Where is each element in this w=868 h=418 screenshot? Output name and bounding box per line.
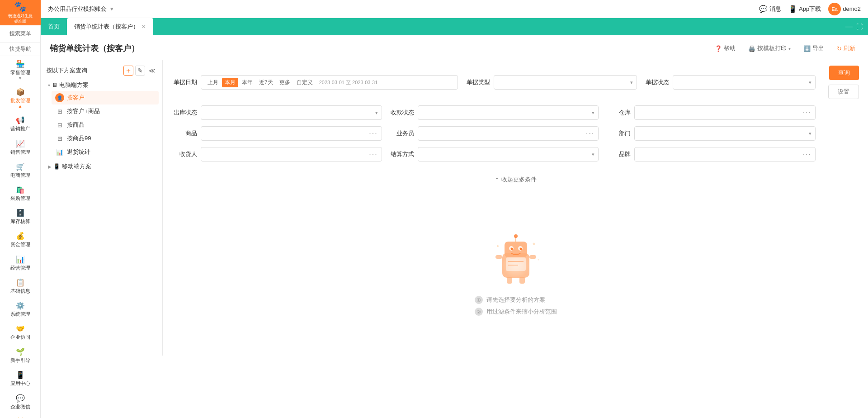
sidebar-item-ecommerce[interactable]: 🛒 电商管理 [0, 159, 40, 182]
sidebar-item-wechat[interactable]: 💬 企业微信 [0, 390, 40, 413]
message-btn[interactable]: 💬 消息 [759, 5, 781, 13]
sidebar-item-basic[interactable]: 📋 基础信息 [0, 275, 40, 298]
tab-report[interactable]: 销货单统计表（按客户） ✕ [67, 18, 153, 35]
svg-rect-8 [507, 277, 512, 284]
content-area: 销货单统计表（按客户） ❓ 帮助 🖨️ 按模板打印 ▾ ⬇️ 导出 ↻ 刷新 [41, 35, 868, 418]
sidebar-item-ecommerce-label: 电商管理 [10, 172, 30, 178]
scheme-item-by-customer[interactable]: 👤 按客户 [52, 91, 159, 104]
date-control[interactable]: 上月 本月 本年 近7天 更多 自定义 2023-03-01 至 2023-03… [201, 75, 458, 90]
sidebar-item-sales[interactable]: 📈 销售管理 [0, 136, 40, 159]
empty-illustration [489, 233, 543, 287]
page-header: 销货单统计表（按客户） ❓ 帮助 🖨️ 按模板打印 ▾ ⬇️ 导出 ↻ 刷新 [41, 35, 868, 54]
scheme-item-by-customer-product[interactable]: ⊞ 按客户+商品 [52, 104, 159, 118]
sidebar-item-finance[interactable]: 💰 资金管理 [0, 228, 40, 251]
svg-point-17 [538, 259, 539, 261]
sidebar-item-wholesale-label: 批发管理 [10, 98, 30, 104]
product-control[interactable]: ··· [201, 126, 382, 141]
sidebar-item-member[interactable]: 👑 畅会员 [0, 413, 40, 418]
date-tab-thisyear[interactable]: 本年 [239, 78, 255, 87]
scheme-add-btn[interactable]: ＋ [123, 66, 133, 76]
collapse-more-btn[interactable]: ⌃ 收起更多条件 [172, 172, 859, 187]
scheme-group-pc-header[interactable]: ▾ 🖥 电脑端方案 [44, 79, 159, 91]
brand-control[interactable]: ··· [634, 147, 816, 162]
tab-home[interactable]: 首页 [41, 18, 67, 35]
sidebar-item-wholesale[interactable]: 📦 批发管理 ▲ [0, 84, 40, 112]
scheme-item-return-stats[interactable]: 📊 退货统计 [52, 145, 159, 159]
sidebar-item-wechat-label: 企业微信 [10, 404, 30, 410]
scheme-edit-btn[interactable]: ✎ [135, 66, 145, 76]
app-download-btn[interactable]: 📱 App下载 [788, 5, 821, 13]
sidebar-item-operation[interactable]: 📊 经营管理 [0, 252, 40, 275]
sidebar-item-finance-label: 资金管理 [10, 242, 30, 247]
outstatus-arrow-icon: ▾ [375, 110, 378, 116]
warehouse-control[interactable]: ··· [634, 105, 816, 120]
sidebar-item-enterprise[interactable]: 🤝 企业协同 [0, 321, 40, 344]
sidebar-item-marketing[interactable]: 📢 营销推广 [0, 112, 40, 135]
tab-maximize-icon[interactable]: ⛶ [856, 23, 863, 30]
sidebar-item-inventory[interactable]: 🗄️ 库存核算 [0, 205, 40, 228]
paystatus-control[interactable]: ▾ [418, 105, 599, 120]
print-btn[interactable]: 🖨️ 按模板打印 ▾ [745, 43, 794, 54]
type-control[interactable]: ▾ [494, 75, 637, 90]
filter-receiver-item: 收货人 ··· [172, 147, 382, 162]
product-scheme-icon: ⊟ [55, 120, 64, 129]
sidebar-item-purchase[interactable]: 🛍️ 采购管理 [0, 182, 40, 205]
staff-control[interactable]: ··· [418, 126, 599, 141]
inventory-icon: 🗄️ [16, 209, 25, 217]
scheme-collapse-btn[interactable]: ≪ [147, 66, 157, 76]
hint-num-1: ① [475, 296, 483, 304]
date-range-value: 2023-03-01 至 2023-03-31 [319, 79, 378, 86]
sidebar-item-newguide[interactable]: 🌱 新手引导 [0, 344, 40, 367]
scheme-group-mobile-header[interactable]: ▶ 📱 移动端方案 [44, 161, 159, 172]
scheme-item-by-product99[interactable]: ⊟ 按商品99 [52, 132, 159, 145]
sidebar-item-appcenter[interactable]: 📱 应用中心 [0, 367, 40, 390]
topbar-title: 办公用品行业模拟账套 [48, 5, 107, 13]
filter-dept-item: 部门 ▾ [606, 126, 816, 141]
receiver-control[interactable]: ··· [201, 147, 382, 162]
date-tab-more[interactable]: 更多 [277, 78, 293, 87]
query-button[interactable]: 查询 [829, 66, 859, 80]
tab-close-icon[interactable]: ✕ [142, 24, 146, 30]
setting-button[interactable]: 设置 [828, 85, 859, 99]
retail-arrow-icon: ▼ [18, 76, 23, 81]
search-menu[interactable]: 搜索菜单 [0, 25, 40, 43]
retail-icon: 🏪 [16, 60, 25, 68]
export-btn[interactable]: ⬇️ 导出 [800, 43, 828, 54]
date-tab-custom[interactable]: 自定义 [294, 78, 316, 87]
status-control[interactable]: ▾ [673, 75, 816, 90]
sidebar-item-sales-label: 销售管理 [10, 149, 30, 155]
ecommerce-icon: 🛒 [16, 162, 25, 171]
refresh-btn[interactable]: ↻ 刷新 [833, 43, 859, 54]
sidebar-item-system[interactable]: ⚙️ 系统管理 [0, 298, 40, 321]
operation-icon: 📊 [16, 255, 25, 264]
page-actions: ❓ 帮助 🖨️ 按模板打印 ▾ ⬇️ 导出 ↻ 刷新 [711, 43, 859, 54]
date-tab-lastmonth[interactable]: 上月 [205, 78, 221, 87]
receiver-dots-icon: ··· [369, 150, 377, 158]
tab-home-label: 首页 [48, 23, 60, 31]
scheme-group-pc-label: 电脑端方案 [59, 81, 89, 89]
staff-dots-icon: ··· [586, 129, 594, 138]
quick-nav[interactable]: 快捷导航 [0, 43, 40, 56]
dept-control[interactable]: ▾ [634, 126, 816, 141]
svg-rect-9 [519, 277, 525, 284]
scheme-item-by-product[interactable]: ⊟ 按商品 [52, 118, 159, 132]
tab-minimize-icon[interactable]: — [845, 23, 853, 31]
settle-control[interactable]: ▾ [418, 147, 599, 162]
refresh-icon: ↻ [837, 45, 842, 52]
outstatus-control[interactable]: ▾ [201, 105, 382, 120]
empty-hint-1: ① 请先选择要分析的方案 [475, 296, 557, 304]
sidebar-item-operation-label: 经营管理 [10, 265, 30, 271]
settle-arrow-icon: ▾ [592, 152, 594, 157]
app-logo[interactable]: 🐾 畅捷通好生意 标准版 [0, 0, 41, 25]
topbar-right: 💬 消息 📱 App下载 Ea demo2 [759, 3, 861, 15]
print-arrow-icon: ▾ [788, 46, 791, 51]
sidebar: 🐾 畅捷通好生意 标准版 搜索菜单 快捷导航 🏪 零售管理 ▼ 📦 批发管理 ▲… [0, 0, 41, 418]
date-tab-thismonth[interactable]: 本月 [222, 78, 238, 87]
help-btn[interactable]: ❓ 帮助 [711, 43, 739, 54]
sidebar-item-retail[interactable]: 🏪 零售管理 ▼ [0, 56, 40, 84]
date-tab-7days[interactable]: 近7天 [256, 78, 276, 87]
user-profile[interactable]: Ea demo2 [828, 3, 861, 15]
filter-product-item: 商品 ··· [172, 126, 382, 141]
outstatus-label: 出库状态 [172, 109, 197, 117]
filter-actions: 查询 设置 [823, 66, 859, 99]
